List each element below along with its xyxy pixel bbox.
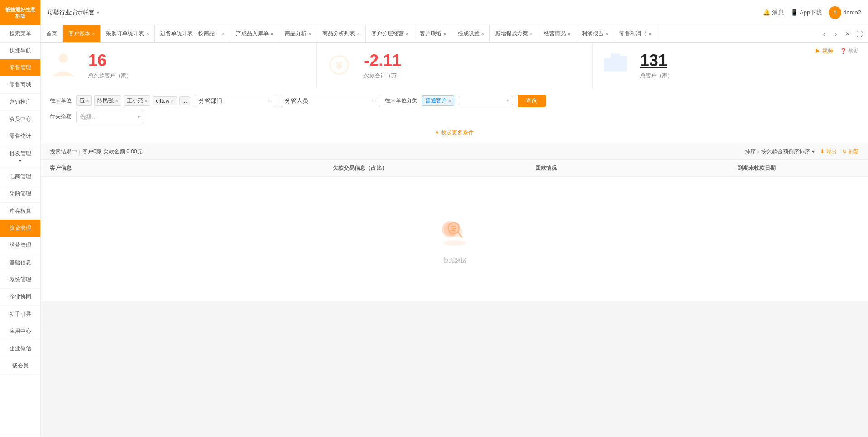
manager-select[interactable]: 分管人员 ··· xyxy=(281,95,380,107)
collapse-button[interactable]: ∧ 收起更多条件 xyxy=(431,127,478,138)
sidebar-item-batch-mgmt[interactable]: 批发管理 ▾ xyxy=(0,145,40,168)
sidebar-item-ecommerce[interactable]: 电商管理 xyxy=(0,168,40,185)
export-label: 导出 xyxy=(826,148,837,156)
sidebar-item-newbie[interactable]: 新手引导 xyxy=(0,306,40,323)
user-profile[interactable]: d demo2 xyxy=(829,6,861,19)
balance-filter-label: 往来余额 xyxy=(50,113,72,121)
company-selector[interactable]: 母婴行业演示帐套 ▾ xyxy=(48,9,99,17)
sort-label: 排序：按欠款金额倒序排序 xyxy=(745,148,810,156)
sidebar-item-retail-mgmt[interactable]: 零售管理 xyxy=(0,59,40,76)
main-area: 母婴行业演示帐套 ▾ 🔔 消息 📱 App下载 d demo2 xyxy=(41,0,868,437)
sidebar-item-retail-stats[interactable]: 零售统计 xyxy=(0,128,40,145)
tag-close-icon[interactable]: × xyxy=(115,98,118,104)
tabs-close-all-button[interactable]: ✕ xyxy=(843,29,853,39)
top-header: 母婴行业演示帐套 ▾ 🔔 消息 📱 App下载 d demo2 xyxy=(41,0,868,25)
company-tag-wu[interactable]: 伍 × xyxy=(76,95,92,106)
tabs-next-button[interactable]: › xyxy=(831,29,841,39)
sidebar-item-enterprise-wechat[interactable]: 企业微信 xyxy=(0,340,40,357)
tab-close-icon[interactable]: × xyxy=(648,31,651,37)
export-button[interactable]: ⬇ 导出 xyxy=(820,148,837,156)
tab-close-icon[interactable]: × xyxy=(605,31,608,37)
tag-close-icon[interactable]: × xyxy=(171,98,173,104)
debt-total-label: 欠款合计（万） xyxy=(364,72,402,80)
tab-close-icon[interactable]: × xyxy=(222,31,225,37)
app-logo: 畅捷通好生意 标版 xyxy=(0,0,40,25)
sidebar-item-retail-mall[interactable]: 零售商城 xyxy=(0,76,40,94)
sidebar-search[interactable]: 搜索菜单 xyxy=(0,25,40,43)
tabs-menu-button[interactable]: ⛶ xyxy=(854,29,864,39)
tab-customer-account[interactable]: 客户账本 × xyxy=(63,25,101,43)
balance-select[interactable]: 选择... ▾ xyxy=(76,111,144,124)
video-link[interactable]: ▶ 视频 xyxy=(815,48,833,55)
department-select[interactable]: 分管部门 ··· xyxy=(195,95,276,107)
tab-label: 进货单统计表（按商品） xyxy=(160,30,220,38)
tab-close-icon[interactable]: × xyxy=(406,31,408,37)
sidebar-item-marketing[interactable]: 营销推广 xyxy=(0,94,40,111)
tabs-prev-button[interactable]: ‹ xyxy=(819,29,829,39)
sidebar-item-enterprise-coop[interactable]: 企业协同 xyxy=(0,289,40,306)
sidebar-item-operations[interactable]: 经营管理 xyxy=(0,237,40,254)
col-debt-info: 欠款交易信息（占比） xyxy=(333,164,535,172)
tab-label: 采购订单统计表 xyxy=(106,30,144,38)
app-download-button[interactable]: 📱 App下载 xyxy=(791,9,822,17)
refresh-button[interactable]: ↻ 刷新 xyxy=(842,148,859,156)
tag-close-icon[interactable]: × xyxy=(448,98,451,104)
refresh-icon: ↻ xyxy=(842,148,847,155)
tab-product-analysis-list[interactable]: 商品分析列表 × xyxy=(317,25,365,43)
tab-promotion-settings[interactable]: 提成设置 × xyxy=(452,25,490,43)
company-tag-cjttcw[interactable]: cjttcw × xyxy=(153,96,177,105)
total-clients-value[interactable]: 131 xyxy=(640,52,673,70)
tab-add-promotion[interactable]: 新增提成方案 × xyxy=(490,25,538,43)
tab-close-icon[interactable]: × xyxy=(308,31,311,37)
tab-close-icon[interactable]: × xyxy=(530,31,532,37)
tag-close-icon[interactable]: × xyxy=(86,98,89,104)
sidebar-item-member-center[interactable]: 会员中心 xyxy=(0,111,40,128)
tab-customer-account-label: 客户账本 xyxy=(68,30,90,38)
logo-text: 畅捷通好生意 标版 xyxy=(5,6,35,19)
collapse-label: 收起更多条件 xyxy=(441,129,474,137)
company-tag-chen[interactable]: 陈民强 × xyxy=(94,95,121,106)
query-button[interactable]: 查询 xyxy=(518,95,546,107)
tab-label: 商品分析列表 xyxy=(322,30,355,38)
chevron-down-icon: ▾ xyxy=(138,114,140,119)
empty-text: 暂无数据 xyxy=(443,256,466,265)
tab-customer-segment[interactable]: 客户分层经营 × xyxy=(366,25,414,43)
sidebar-item-capital[interactable]: 资金管理 xyxy=(0,220,40,237)
tab-business-status[interactable]: 经营情况 × xyxy=(538,25,576,43)
sidebar-item-inventory[interactable]: 库存核算 xyxy=(0,203,40,220)
debt-total-value: -2.11 xyxy=(364,52,402,70)
tag-close-icon[interactable]: × xyxy=(144,98,147,104)
tab-profit-report[interactable]: 利润报告 × xyxy=(576,25,614,43)
help-link[interactable]: ❓ 帮助 xyxy=(840,48,859,55)
sidebar-item-app-center[interactable]: 应用中心 xyxy=(0,323,40,340)
user-name: demo2 xyxy=(843,9,861,16)
sidebar-item-system[interactable]: 系统管理 xyxy=(0,271,40,289)
tab-close-icon[interactable]: × xyxy=(481,31,484,37)
tab-home[interactable]: 首页 xyxy=(41,25,63,43)
sort-select[interactable]: 排序：按欠款金额倒序排序 ▾ xyxy=(745,148,815,156)
tab-retail-profit[interactable]: 零售利润（ × xyxy=(614,25,657,43)
header-right: 🔔 消息 📱 App下载 d demo2 xyxy=(763,6,861,19)
tab-product-analysis[interactable]: 商品分析 × xyxy=(279,25,317,43)
tab-product-inbound[interactable]: 产成品入库单 × xyxy=(230,25,279,43)
tab-purchase-order-stats[interactable]: 采购订单统计表 × xyxy=(101,25,154,43)
tab-close-icon[interactable]: × xyxy=(357,31,360,37)
sidebar-item-purchase[interactable]: 采购管理 xyxy=(0,185,40,203)
tab-close-icon[interactable]: × xyxy=(443,31,446,37)
category-tag-normal[interactable]: 普通客户 × xyxy=(422,95,454,106)
sidebar-item-vip-member[interactable]: 畅会员 xyxy=(0,357,40,375)
tab-customer-contact[interactable]: 客户联络 × xyxy=(414,25,452,43)
sidebar-quick-nav[interactable]: 快捷导航 xyxy=(0,43,40,59)
tab-close-icon[interactable]: × xyxy=(146,31,149,37)
filter-area: 往来单位 伍 × 陈民强 × 王小亮 × xyxy=(41,89,868,144)
company-tag-wang[interactable]: 王小亮 × xyxy=(124,95,150,106)
messages-button[interactable]: 🔔 消息 xyxy=(763,9,784,17)
table-header: 客户信息 欠款交易信息（占比） 回款情况 到期未收款日期 xyxy=(41,160,868,177)
company-tag-more[interactable]: ... xyxy=(179,96,190,105)
tab-purchase-inbound-stats[interactable]: 进货单统计表（按商品） × xyxy=(155,25,230,43)
sidebar-item-basic-info[interactable]: 基础信息 xyxy=(0,254,40,271)
category-select[interactable]: ▾ xyxy=(459,96,513,105)
tab-close-icon[interactable]: × xyxy=(270,31,273,37)
tab-close-icon[interactable]: × xyxy=(567,31,570,37)
tab-close-icon[interactable]: × xyxy=(92,31,95,37)
